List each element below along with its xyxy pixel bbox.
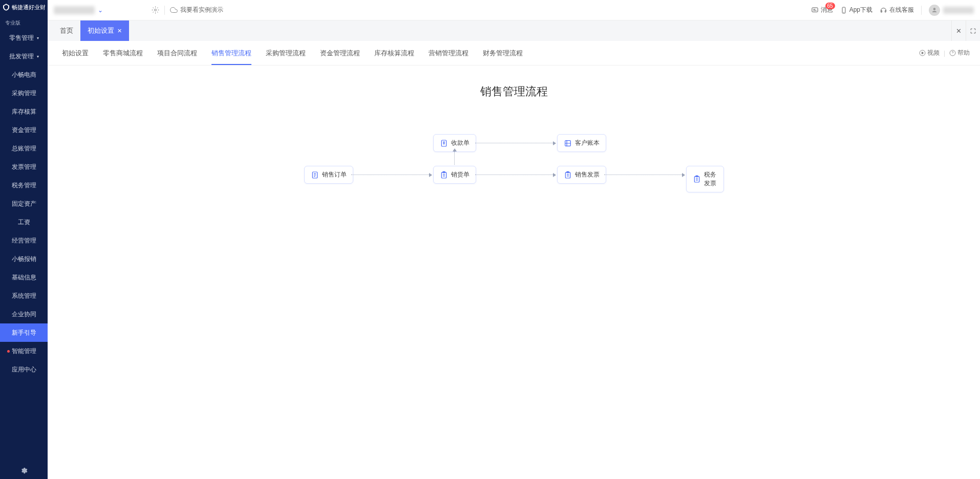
- sidebar-item-label: 基础信息: [12, 273, 36, 282]
- sidebar-item-label: 经营管理: [12, 236, 36, 245]
- sidebar-item-label: 企业协同: [12, 310, 36, 319]
- sidebar-item-label: 小畅电商: [12, 71, 36, 79]
- node-tax-invoice[interactable]: 税务发票: [686, 166, 724, 192]
- settings-button[interactable]: [151, 6, 159, 14]
- sidebar-item-label: 应用中心: [12, 365, 36, 374]
- arrow: [604, 175, 682, 175]
- cloud-icon: [170, 6, 178, 14]
- tab-label: 首页: [60, 26, 73, 35]
- app-download-button[interactable]: App下载: [840, 6, 872, 14]
- subtab-6[interactable]: 库存核算流程: [374, 41, 414, 65]
- subtab-3[interactable]: 销售管理流程: [211, 41, 251, 65]
- subtab-7[interactable]: 营销管理流程: [429, 41, 468, 65]
- brand-edition: 专业版: [0, 19, 48, 29]
- expand-icon: [970, 28, 976, 34]
- tab-1[interactable]: 初始设置✕: [80, 20, 129, 41]
- subtabs: 初始设置零售商城流程项目合同流程销售管理流程采购管理流程资金管理流程库存核算流程…: [48, 41, 980, 66]
- video-link[interactable]: 视频: [919, 49, 940, 57]
- help-icon: [949, 50, 956, 56]
- clipboard-icon: [440, 171, 448, 179]
- online-service-button[interactable]: 在线客服: [880, 6, 914, 14]
- message-icon: [811, 6, 819, 14]
- tab-0[interactable]: 首页: [53, 20, 80, 41]
- chevron-down-icon: ▾: [37, 54, 39, 59]
- sidebar-nav: 零售管理▾批发管理▾小畅电商采购管理库存核算资金管理总账管理发票管理税务管理固定…: [0, 29, 48, 462]
- org-name-redacted: [54, 6, 95, 14]
- sidebar-item-label: 新手引导: [12, 329, 36, 337]
- subtab-5[interactable]: 资金管理流程: [320, 41, 360, 65]
- sidebar-item-14[interactable]: 系统管理: [0, 287, 48, 305]
- chevron-down-icon: ⌄: [98, 7, 103, 14]
- tab-close-all-button[interactable]: ✕: [951, 20, 966, 41]
- subtab-1[interactable]: 零售商城流程: [103, 41, 143, 65]
- arrow: [475, 143, 553, 143]
- node-sales-order[interactable]: 销售订单: [304, 166, 353, 184]
- sidebar-item-label: 系统管理: [12, 292, 36, 300]
- ledger-icon: [564, 139, 572, 147]
- user-name-redacted: [943, 7, 974, 14]
- content-area: 初始设置零售商城流程项目合同流程销售管理流程采购管理流程资金管理流程库存核算流程…: [48, 41, 980, 479]
- brand-name: 畅捷通好业财: [12, 4, 46, 11]
- node-sales-invoice[interactable]: 销售发票: [557, 166, 606, 184]
- headset-icon: [880, 6, 887, 14]
- sidebar-item-7[interactable]: 发票管理: [0, 158, 48, 176]
- sidebar-item-6[interactable]: 总账管理: [0, 139, 48, 158]
- messages-button[interactable]: 消息 65: [811, 6, 833, 14]
- fullscreen-button[interactable]: [966, 20, 980, 41]
- sidebar-item-label: 税务管理: [12, 181, 36, 190]
- chevron-down-icon: ▾: [37, 36, 39, 40]
- subtab-8[interactable]: 财务管理流程: [483, 41, 523, 65]
- avatar: [929, 5, 940, 16]
- tabs-bar: 首页初始设置✕ ✕: [48, 20, 980, 41]
- sidebar-item-17[interactable]: 智能管理: [0, 342, 48, 360]
- sidebar-item-1[interactable]: 批发管理▾: [0, 47, 48, 66]
- sidebar-item-15[interactable]: 企业协同: [0, 305, 48, 323]
- flow-title: 销售管理流程: [48, 84, 980, 99]
- sidebar: 畅捷通好业财 专业版 零售管理▾批发管理▾小畅电商采购管理库存核算资金管理总账管…: [0, 0, 48, 479]
- sidebar-item-0[interactable]: 零售管理▾: [0, 29, 48, 47]
- gear-icon: [152, 6, 159, 14]
- subtab-0[interactable]: 初始设置: [62, 41, 89, 65]
- subtab-4[interactable]: 采购管理流程: [266, 41, 306, 65]
- receipt-icon: [440, 139, 448, 147]
- sidebar-item-18[interactable]: 应用中心: [0, 360, 48, 379]
- sidebar-item-16[interactable]: 新手引导: [0, 323, 48, 342]
- user-menu[interactable]: [929, 5, 974, 16]
- tax-icon: [693, 175, 701, 183]
- sidebar-item-13[interactable]: 基础信息: [0, 268, 48, 287]
- sidebar-item-12[interactable]: 小畅报销: [0, 250, 48, 268]
- sidebar-item-label: 小畅报销: [12, 255, 36, 264]
- sidebar-item-3[interactable]: 采购管理: [0, 84, 48, 102]
- sidebar-item-label: 资金管理: [12, 126, 36, 135]
- close-icon[interactable]: ✕: [117, 28, 122, 34]
- sidebar-settings[interactable]: [0, 462, 48, 479]
- notification-dot-icon: [7, 350, 10, 353]
- svg-point-0: [154, 9, 156, 11]
- sidebar-item-2[interactable]: 小畅电商: [0, 66, 48, 84]
- node-sales-slip[interactable]: 销货单: [433, 166, 476, 184]
- help-link[interactable]: 帮助: [949, 49, 970, 57]
- play-icon: [919, 50, 926, 56]
- invoice-icon: [564, 171, 572, 179]
- document-icon: [311, 171, 319, 179]
- sidebar-item-5[interactable]: 资金管理: [0, 121, 48, 139]
- sidebar-item-label: 智能管理: [12, 347, 36, 356]
- flow-area: 销售管理流程 销售订单 销货单 销售发票: [48, 66, 980, 479]
- message-badge: 65: [825, 3, 835, 9]
- sidebar-item-8[interactable]: 税务管理: [0, 176, 48, 194]
- sidebar-item-11[interactable]: 经营管理: [0, 231, 48, 250]
- arrow: [475, 175, 553, 175]
- sidebar-item-label: 零售管理: [9, 34, 34, 42]
- sidebar-item-label: 总账管理: [12, 144, 36, 153]
- org-selector[interactable]: ⌄: [54, 6, 146, 14]
- sidebar-item-label: 批发管理: [9, 52, 34, 61]
- brand-icon: [2, 3, 10, 11]
- flow-canvas: 销售订单 销货单 销售发票 税务发票: [304, 120, 724, 222]
- subtab-2[interactable]: 项目合同流程: [157, 41, 197, 65]
- sidebar-item-9[interactable]: 固定资产: [0, 194, 48, 213]
- sidebar-item-10[interactable]: 工资: [0, 213, 48, 231]
- gear-icon: [20, 467, 28, 474]
- demo-link[interactable]: 我要看实例演示: [170, 6, 223, 14]
- node-customer-ledger[interactable]: 客户账本: [557, 134, 606, 152]
- sidebar-item-4[interactable]: 库存核算: [0, 102, 48, 121]
